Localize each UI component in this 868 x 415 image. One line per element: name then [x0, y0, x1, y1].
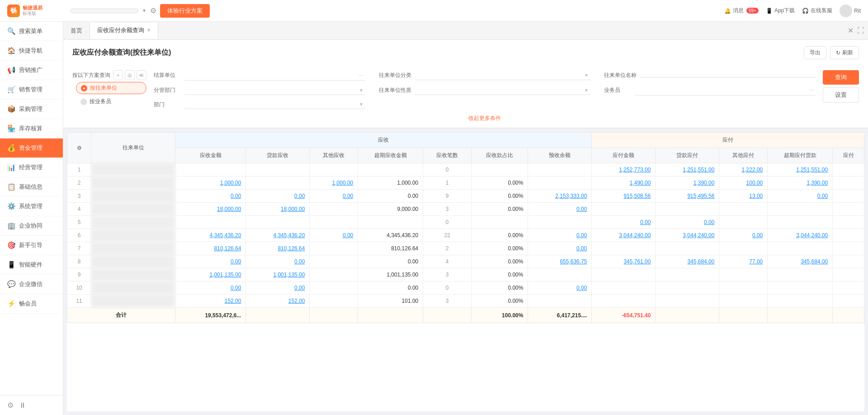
- table-cell[interactable]: 915,508.56: [592, 190, 656, 203]
- footer-ar-amount[interactable]: 19,553,472,6...: [175, 308, 245, 323]
- sidebar-item-smart-hw[interactable]: 📱 智能硬件: [0, 255, 63, 275]
- table-cell[interactable]: 13.00: [719, 190, 768, 203]
- table-cell[interactable]: [246, 163, 310, 176]
- table-cell[interactable]: [310, 281, 358, 295]
- table-cell[interactable]: [656, 242, 719, 255]
- table-cell[interactable]: 0.00: [175, 255, 245, 268]
- table-cell[interactable]: [768, 295, 833, 308]
- table-cell[interactable]: [719, 242, 768, 255]
- table-cell[interactable]: 2,153,333.00: [528, 190, 592, 203]
- table-cell[interactable]: [246, 216, 310, 229]
- sidebar-item-search-menu[interactable]: 🔍 搜索菜单: [0, 22, 63, 41]
- table-cell[interactable]: [719, 203, 768, 216]
- tab-ar-ap[interactable]: 应收应付余额查询 ✕: [90, 23, 158, 39]
- table-cell[interactable]: [656, 295, 719, 308]
- table-cell[interactable]: 3,044,240.00: [656, 229, 719, 242]
- table-cell[interactable]: [175, 216, 245, 229]
- sidebar-item-wechat[interactable]: 💬 企业微信: [0, 275, 63, 294]
- table-cell[interactable]: [175, 163, 245, 176]
- table-cell[interactable]: 345,761.00: [592, 255, 656, 268]
- table-cell[interactable]: [528, 163, 592, 176]
- table-cell[interactable]: [719, 216, 768, 229]
- table-cell[interactable]: 0.00: [528, 242, 592, 255]
- table-cell[interactable]: 345,684.00: [768, 255, 833, 268]
- table-cell[interactable]: 0.00: [719, 229, 768, 242]
- table-cell[interactable]: 0.00: [246, 281, 310, 295]
- sidebar-item-sales[interactable]: 🛒 销售管理: [0, 80, 63, 100]
- table-cell[interactable]: 345,684.00: [656, 255, 719, 268]
- scheme-add-btn[interactable]: +: [113, 70, 123, 80]
- scheme-collapse-btn[interactable]: ≪: [137, 70, 146, 80]
- table-cell[interactable]: [310, 203, 358, 216]
- settlement-dots[interactable]: ···: [359, 72, 363, 78]
- table-cell[interactable]: [592, 281, 656, 295]
- app-download-btn[interactable]: 📱 App下载: [766, 7, 795, 14]
- table-cell[interactable]: 0.00: [656, 216, 719, 229]
- table-cell[interactable]: 0.00: [528, 281, 592, 295]
- table-cell[interactable]: [719, 268, 768, 281]
- notifications-btn[interactable]: 🔔 消息 99+: [724, 7, 759, 14]
- salesman-dots[interactable]: ···: [809, 87, 814, 93]
- table-cell[interactable]: 0.00: [768, 190, 833, 203]
- sidebar-item-finance[interactable]: 💰 资金管理: [0, 138, 63, 158]
- nav-dropdown-arrow[interactable]: ▼: [142, 8, 146, 13]
- table-cell[interactable]: 1,490.00: [592, 176, 656, 190]
- sidebar-item-purchase[interactable]: 📦 采购管理: [0, 100, 63, 119]
- table-cell[interactable]: 0.00: [175, 190, 245, 203]
- table-cell[interactable]: 77.00: [719, 255, 768, 268]
- table-cell[interactable]: [310, 255, 358, 268]
- table-cell[interactable]: [310, 242, 358, 255]
- nav-search[interactable]: [71, 9, 138, 13]
- table-cell[interactable]: [592, 295, 656, 308]
- table-cell[interactable]: 1,001,135.00: [246, 268, 310, 281]
- table-cell[interactable]: [592, 268, 656, 281]
- table-cell[interactable]: 1,390.00: [768, 176, 833, 190]
- table-cell[interactable]: 915,495.56: [656, 190, 719, 203]
- dept-input[interactable]: ▼: [184, 86, 365, 95]
- collapse-more-btn[interactable]: 收起更多条件: [468, 115, 501, 121]
- table-cell[interactable]: 1,390.00: [656, 176, 719, 190]
- table-cell[interactable]: 0.00: [175, 281, 245, 295]
- table-cell[interactable]: [592, 203, 656, 216]
- table-cell[interactable]: 655,636.75: [528, 255, 592, 268]
- table-cell[interactable]: [768, 242, 833, 255]
- footer-prepay[interactable]: 6,417,215....: [528, 308, 592, 323]
- table-cell[interactable]: [656, 281, 719, 295]
- table-cell[interactable]: [719, 295, 768, 308]
- table-cell[interactable]: 0.00: [246, 190, 310, 203]
- table-cell[interactable]: 100.00: [719, 176, 768, 190]
- refresh-btn[interactable]: ↻ 刷新: [830, 46, 859, 59]
- sidebar-item-member[interactable]: ⚡ 畅会员: [0, 294, 63, 314]
- sidebar-item-marketing[interactable]: 📢 营销推广: [0, 61, 63, 80]
- scheme-option-unit[interactable]: ● 按往来单位: [76, 82, 146, 94]
- table-cell[interactable]: [768, 203, 833, 216]
- table-cell[interactable]: [246, 176, 310, 190]
- export-btn[interactable]: 导出: [804, 46, 826, 59]
- industry-solution-btn[interactable]: 体验行业方案: [160, 4, 210, 18]
- table-cell[interactable]: [528, 216, 592, 229]
- table-cell[interactable]: [528, 268, 592, 281]
- table-cell[interactable]: [592, 242, 656, 255]
- collapse-icon[interactable]: ⏸: [19, 401, 26, 410]
- sidebar-item-quick-nav[interactable]: 🏠 快捷导航: [0, 41, 63, 61]
- sidebar-item-basic-info[interactable]: 📋 基础信息: [0, 177, 63, 197]
- table-cell[interactable]: [768, 281, 833, 295]
- table-cell[interactable]: [310, 163, 358, 176]
- scheme-option-salesman[interactable]: ○ 按业务员: [76, 96, 146, 107]
- table-cell[interactable]: [768, 268, 833, 281]
- salesman-input[interactable]: ···: [635, 85, 816, 95]
- unit-nature-input[interactable]: ▼: [415, 86, 590, 95]
- tab-close-window-btn[interactable]: ✕: [848, 26, 854, 35]
- table-cell[interactable]: 3,044,240.00: [768, 229, 833, 242]
- table-cell[interactable]: 4,345,436.20: [246, 229, 310, 242]
- table-cell[interactable]: 1,000.00: [175, 176, 245, 190]
- tab-home[interactable]: 首页: [63, 23, 90, 38]
- table-cell[interactable]: 0.00: [528, 229, 592, 242]
- user-area[interactable]: Rit: [840, 5, 861, 17]
- sidebar-item-system[interactable]: ⚙️ 系统管理: [0, 197, 63, 216]
- table-cell[interactable]: [310, 295, 358, 308]
- online-service-btn[interactable]: 🎧 在线客服: [802, 7, 832, 14]
- table-cell[interactable]: 152.00: [175, 295, 245, 308]
- table-cell[interactable]: [310, 216, 358, 229]
- sidebar-item-newbie[interactable]: 🎯 新手引导: [0, 236, 63, 255]
